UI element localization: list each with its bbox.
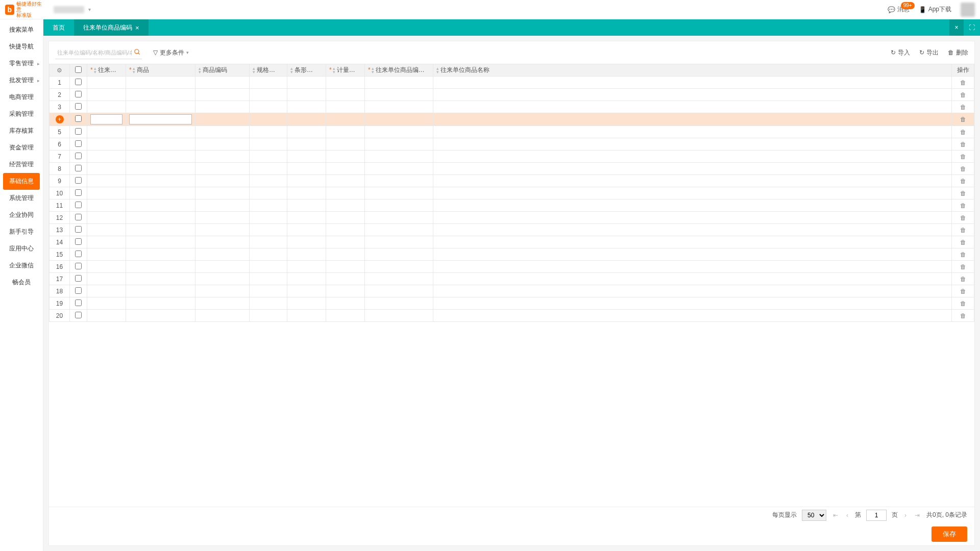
cell[interactable] [195,187,250,199]
sidebar-item-15[interactable]: 畅会员 [0,274,43,291]
trash-icon[interactable]: 🗑 [955,300,971,307]
cell[interactable] [195,113,250,126]
cell[interactable] [250,138,287,151]
cell[interactable] [365,89,433,101]
trash-icon[interactable]: 🗑 [955,214,971,221]
cell[interactable] [433,310,952,322]
cell[interactable] [326,77,365,89]
cell[interactable] [287,297,326,310]
cell[interactable] [326,89,365,101]
cell[interactable] [87,175,126,187]
cell[interactable] [365,126,433,138]
sidebar-item-8[interactable]: 经营管理 [0,156,43,173]
cell[interactable] [433,248,952,261]
cell-edit-input[interactable] [90,114,122,124]
cell[interactable] [87,138,126,151]
cell[interactable] [326,236,365,248]
cell[interactable] [126,310,195,322]
cell[interactable] [195,297,250,310]
cell[interactable] [287,151,326,163]
cell[interactable] [250,151,287,163]
cell[interactable] [287,138,326,151]
trash-icon[interactable]: 🗑 [955,239,971,246]
cell[interactable] [195,151,250,163]
cell[interactable] [287,310,326,322]
page-input[interactable] [866,510,887,521]
sidebar-item-1[interactable]: 快捷导航 [0,38,43,55]
row-checkbox[interactable] [75,165,82,171]
cell[interactable] [195,273,250,285]
tab-close-all-button[interactable]: × [949,19,964,36]
cell[interactable] [87,199,126,212]
cell[interactable] [365,224,433,236]
messages-button[interactable]: 💬 消息 99+ [888,5,910,14]
cell[interactable] [365,199,433,212]
col-settings[interactable]: ⚙ [50,64,70,77]
cell[interactable] [433,212,952,224]
trash-icon[interactable]: 🗑 [955,129,971,136]
org-selector[interactable]: ▾ [43,6,101,13]
cell[interactable] [287,285,326,297]
cell[interactable] [87,285,126,297]
cell[interactable] [287,261,326,273]
cell[interactable] [326,212,365,224]
sidebar-item-2[interactable]: 零售管理▸ [0,55,43,72]
table-row[interactable]: 3🗑 [50,101,974,113]
row-checkbox[interactable] [75,140,82,147]
cell[interactable] [87,77,126,89]
cell-edit-input[interactable] [129,114,192,124]
add-row-icon[interactable]: + [56,115,64,123]
cell[interactable] [287,212,326,224]
cell[interactable] [287,77,326,89]
cell[interactable] [433,175,952,187]
row-checkbox[interactable] [75,287,82,294]
row-checkbox[interactable] [75,251,82,257]
cell[interactable] [365,273,433,285]
cell[interactable] [433,297,952,310]
cell[interactable] [250,199,287,212]
cell[interactable] [326,163,365,175]
cell[interactable] [126,151,195,163]
cell[interactable] [365,77,433,89]
cell[interactable] [433,224,952,236]
cell[interactable] [87,297,126,310]
cell[interactable] [126,297,195,310]
cell[interactable] [195,310,250,322]
cell[interactable] [365,248,433,261]
cell[interactable] [195,175,250,187]
cell[interactable] [433,101,952,113]
cell[interactable] [287,175,326,187]
cell[interactable] [287,199,326,212]
cell[interactable] [126,248,195,261]
cell[interactable] [326,248,365,261]
row-checkbox[interactable] [75,312,82,318]
cell[interactable] [433,113,952,126]
col-select-all[interactable] [70,64,87,77]
cell[interactable] [126,175,195,187]
cell[interactable] [126,212,195,224]
cell[interactable] [326,113,365,126]
trash-icon[interactable]: 🗑 [955,202,971,209]
cell[interactable] [433,199,952,212]
cell[interactable] [126,273,195,285]
trash-icon[interactable]: 🗑 [955,312,971,319]
table-row[interactable]: 15🗑 [50,248,974,261]
row-checkbox[interactable] [75,79,82,85]
sidebar-item-9[interactable]: 基础信息 [3,173,40,190]
table-row[interactable]: 5🗑 [50,126,974,138]
cell[interactable] [195,138,250,151]
cell[interactable] [287,89,326,101]
cell[interactable] [87,273,126,285]
cell[interactable] [287,273,326,285]
export-button[interactable]: ↻ 导出 [919,48,939,57]
table-row[interactable]: 18🗑 [50,285,974,297]
sidebar-item-3[interactable]: 批发管理▸ [0,72,43,89]
cell[interactable] [250,224,287,236]
cell[interactable] [433,126,952,138]
table-row[interactable]: 6🗑 [50,138,974,151]
cell[interactable] [250,248,287,261]
table-row[interactable]: +🗑 [50,113,974,126]
cell[interactable] [365,101,433,113]
cell[interactable] [365,261,433,273]
col-measure[interactable]: ▴▾计量… [326,64,365,77]
